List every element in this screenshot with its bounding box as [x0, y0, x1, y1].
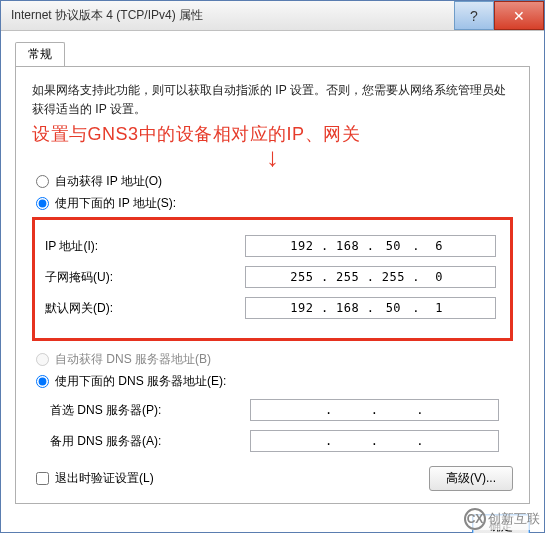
ip-address-label: IP 地址(I): [45, 238, 245, 255]
watermark-text: 创新互联 [488, 510, 540, 528]
preferred-dns-field[interactable]: . . . [250, 399, 499, 421]
close-button[interactable]: ✕ [494, 1, 544, 30]
radio-manual-dns-input[interactable] [36, 375, 49, 388]
watermark-icon: CX [464, 508, 486, 530]
validate-label: 退出时验证设置(L) [55, 470, 154, 487]
arrow-icon: ↓ [32, 144, 513, 170]
row-ip-address: IP 地址(I): 192. 168. 50. 6 [45, 235, 496, 257]
alternate-dns-label: 备用 DNS 服务器(A): [50, 433, 250, 450]
subnet-mask-field[interactable]: 255. 255. 255. 0 [245, 266, 496, 288]
default-gateway-label: 默认网关(D): [45, 300, 245, 317]
description-text: 如果网络支持此功能，则可以获取自动指派的 IP 设置。否则，您需要从网络系统管理… [32, 81, 513, 118]
tab-panel-general: 如果网络支持此功能，则可以获取自动指派的 IP 设置。否则，您需要从网络系统管理… [15, 66, 530, 504]
validate-checkbox[interactable] [36, 472, 49, 485]
properties-dialog: Internet 协议版本 4 (TCP/IPv4) 属性 ? ✕ 常规 如果网… [0, 0, 545, 533]
dns-section: 首选 DNS 服务器(P): . . . 备用 DNS 服务器(A): . . … [32, 399, 513, 452]
tabs: 常规 [15, 42, 530, 67]
preferred-dns-label: 首选 DNS 服务器(P): [50, 402, 250, 419]
alternate-dns-field[interactable]: . . . [250, 430, 499, 452]
radio-manual-dns-label: 使用下面的 DNS 服务器地址(E): [55, 373, 226, 390]
highlighted-box: IP 地址(I): 192. 168. 50. 6 子网掩码(U): 255. … [32, 217, 513, 341]
advanced-row: 退出时验证设置(L) 高级(V)... [32, 466, 513, 491]
row-subnet-mask: 子网掩码(U): 255. 255. 255. 0 [45, 266, 496, 288]
window-title: Internet 协议版本 4 (TCP/IPv4) 属性 [11, 7, 203, 24]
radio-auto-ip-label: 自动获得 IP 地址(O) [55, 173, 162, 190]
row-default-gateway: 默认网关(D): 192. 168. 50. 1 [45, 297, 496, 319]
radio-manual-dns[interactable]: 使用下面的 DNS 服务器地址(E): [36, 373, 513, 390]
radio-manual-ip-label: 使用下面的 IP 地址(S): [55, 195, 176, 212]
default-gateway-field[interactable]: 192. 168. 50. 1 [245, 297, 496, 319]
watermark: CX 创新互联 [464, 508, 540, 530]
titlebar: Internet 协议版本 4 (TCP/IPv4) 属性 ? ✕ [1, 1, 544, 31]
row-alternate-dns: 备用 DNS 服务器(A): . . . [50, 430, 499, 452]
radio-auto-ip-input[interactable] [36, 175, 49, 188]
radio-manual-ip[interactable]: 使用下面的 IP 地址(S): [36, 195, 513, 212]
row-preferred-dns: 首选 DNS 服务器(P): . . . [50, 399, 499, 421]
tab-general[interactable]: 常规 [15, 42, 65, 67]
radio-manual-ip-input[interactable] [36, 197, 49, 210]
radio-auto-dns-input [36, 353, 49, 366]
radio-auto-ip[interactable]: 自动获得 IP 地址(O) [36, 173, 513, 190]
subnet-mask-label: 子网掩码(U): [45, 269, 245, 286]
validate-checkbox-row[interactable]: 退出时验证设置(L) [36, 470, 154, 487]
radio-auto-dns-label: 自动获得 DNS 服务器地址(B) [55, 351, 211, 368]
footer: 确定 [15, 514, 530, 533]
help-button[interactable]: ? [454, 1, 494, 30]
radio-auto-dns: 自动获得 DNS 服务器地址(B) [36, 351, 513, 368]
advanced-button[interactable]: 高级(V)... [429, 466, 513, 491]
ip-address-field[interactable]: 192. 168. 50. 6 [245, 235, 496, 257]
body: 常规 如果网络支持此功能，则可以获取自动指派的 IP 设置。否则，您需要从网络系… [1, 31, 544, 533]
window-controls: ? ✕ [454, 1, 544, 30]
